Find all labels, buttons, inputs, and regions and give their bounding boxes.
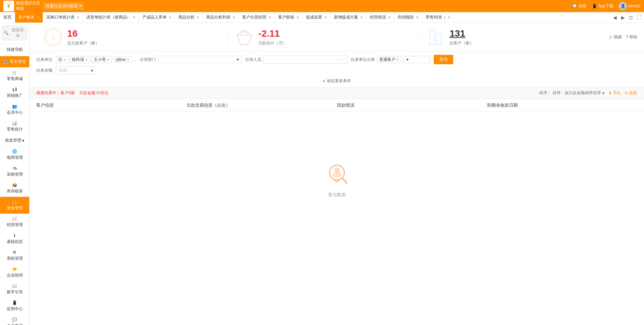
- newbie-icon: 📖: [12, 284, 17, 288]
- person-filter-label: 分管人员: [245, 57, 261, 63]
- system-icon: ⚙: [13, 250, 16, 255]
- tab-product-inbound-close[interactable]: ✕: [169, 15, 171, 19]
- tab-inbound-stats-close[interactable]: ✕: [133, 15, 135, 19]
- tab-operation-status[interactable]: 经营情况 ✕: [367, 12, 394, 23]
- category-input[interactable]: ▾: [403, 56, 430, 63]
- tab-fullscreen[interactable]: ⛶: [635, 14, 643, 21]
- tab-purchase-order-close[interactable]: ✕: [77, 15, 79, 19]
- results-actions: 排序： 排序：按欠款金额倒序排序 ▾ ⬇ 导出 ↻ 刷新: [539, 90, 637, 96]
- tab-raise-settings[interactable]: 提成设置 ✕: [303, 12, 331, 23]
- sidebar-item-basics[interactable]: ℹ 基础信息: [0, 230, 29, 247]
- tab-new-raise-plan-close[interactable]: ✕: [360, 15, 363, 19]
- stats-row: ¥ 16 总欠款客户（家）: [30, 23, 644, 51]
- refresh-btn[interactable]: ↻ 刷新: [625, 90, 637, 96]
- tab-inbound-stats[interactable]: 进货单统计表（按商品） ✕: [83, 12, 139, 23]
- tab-scroll-left[interactable]: ◀: [611, 14, 618, 21]
- sidebar-item-operation[interactable]: 📈 经营管理: [0, 214, 29, 230]
- balance-input[interactable]: 选择... ▾: [56, 66, 96, 75]
- tab-raise-settings-close[interactable]: ✕: [324, 15, 327, 19]
- basics-icon: ℹ: [14, 233, 15, 238]
- tab-accounts[interactable]: 客户账本 ✕: [15, 12, 43, 23]
- sidebar-item-wholesale[interactable]: 批发管理 ▾: [0, 135, 29, 146]
- enterprise-icon: 🤝: [12, 267, 17, 272]
- sidebar-item-capital[interactable]: 💰 资金管理: [0, 197, 29, 214]
- unit-tag-2: 王小亮 ✕: [91, 56, 112, 63]
- sidebar-item-retail-stats[interactable]: 📊 零售统计: [0, 118, 29, 135]
- tab-accounts-close[interactable]: ✕: [37, 15, 39, 19]
- unit-tag-more[interactable]: ...: [133, 57, 136, 62]
- svg-line-12: [342, 178, 346, 182]
- unit-tag-3-close[interactable]: ✕: [127, 58, 129, 62]
- tab-customer-segment-close[interactable]: ✕: [268, 15, 271, 19]
- sidebar-item-app-center[interactable]: 📱 应用中心: [0, 298, 29, 315]
- stats-icon: 📊: [12, 121, 17, 125]
- tab-scroll-right[interactable]: ▶: [619, 14, 627, 21]
- sidebar-item-retail-mall[interactable]: 🛒 零售商城: [0, 68, 29, 84]
- sidebar-item-enterprise-agreement[interactable]: 🤝 企业协同: [0, 264, 29, 281]
- stat-content-total: 131 总客户（家）: [449, 28, 474, 46]
- export-btn[interactable]: ⬇ 导出: [608, 90, 621, 96]
- video-btn[interactable]: ▷ 视频: [610, 34, 622, 40]
- tab-customer-contact[interactable]: 客户联络 ✕: [275, 12, 303, 23]
- unit-tag-2-close[interactable]: ✕: [107, 58, 110, 62]
- user-menu[interactable]: 👤 demo2: [619, 2, 641, 10]
- tab-home[interactable]: 首页: [0, 12, 15, 23]
- sidebar-item-quick-nav[interactable]: 快捷导航: [0, 45, 29, 55]
- sort-selector[interactable]: 排序： 排序：按欠款金额倒序排序 ▾: [539, 90, 604, 96]
- tab-product-analysis-list-close[interactable]: ✕: [232, 15, 235, 19]
- sidebar-item-enterprise-wechat[interactable]: 💬 企业微信: [0, 315, 29, 325]
- stat-label-total: 总客户（家）: [449, 40, 474, 46]
- logo-area: ¥ 畅捷通好生意 标版: [3, 1, 40, 11]
- logo-text: 畅捷通好生意 标版: [16, 1, 40, 11]
- tab-product-analysis-close[interactable]: ✕: [197, 15, 199, 19]
- table-body: 暂元数据: [30, 112, 644, 247]
- search-menu-btn[interactable]: 🔍 搜索菜单: [2, 26, 27, 40]
- chevron-down-icon: ▾: [237, 57, 239, 62]
- tab-product-analysis-list[interactable]: 商品分析列表 ✕: [203, 12, 239, 23]
- tab-profit-report[interactable]: 利润报告 ✕: [394, 12, 422, 23]
- person-input[interactable]: ···: [263, 55, 347, 64]
- tab-customer-contact-close[interactable]: ✕: [296, 15, 299, 19]
- tab-retail-profit-close[interactable]: ✕: [448, 15, 450, 19]
- help-btn[interactable]: ? 帮助: [626, 34, 637, 40]
- category-tag-0-close[interactable]: ✕: [396, 58, 399, 62]
- col-due-date: 到期未收款日期: [487, 102, 637, 108]
- tab-purchase-order[interactable]: 采购订单统计表 ✕: [43, 12, 83, 23]
- col-repayment: 回款情况: [337, 102, 487, 108]
- sidebar-item-member[interactable]: 👥 会员中心: [0, 101, 29, 118]
- tab-new-raise-plan[interactable]: 新增提成方案 ✕: [331, 12, 367, 23]
- tab-expand[interactable]: ⊡: [627, 14, 635, 21]
- stat-card-customers: ¥ 16 总欠款客户（家）: [36, 27, 227, 47]
- unit-tag-0: 伍 ✕: [56, 56, 68, 63]
- sidebar: 🔍 搜索菜单 快捷导航 🏪 零售管理 🛒 零售商城 📢 营销推广 👥 会员中心: [0, 23, 30, 325]
- tab-profit-report-close[interactable]: ✕: [416, 15, 419, 19]
- balance-filter-label: 往来余额: [36, 68, 52, 73]
- person-ellipsis[interactable]: ···: [338, 57, 344, 63]
- unit-tag-1-close[interactable]: ✕: [85, 58, 88, 62]
- department-input[interactable]: ▾: [158, 56, 242, 63]
- sidebar-item-system[interactable]: ⚙ 系统管理: [0, 247, 29, 264]
- main-layout: 🔍 搜索菜单 快捷导航 🏪 零售管理 🛒 零售商城 📢 营销推广 👥 会员中心: [0, 23, 644, 325]
- chevron-down-icon: ▾: [91, 68, 93, 73]
- sidebar-item-purchase[interactable]: 🛍 采购管理: [0, 163, 29, 180]
- query-button[interactable]: 查询: [434, 55, 453, 64]
- sidebar-item-ecommerce[interactable]: 🌐 电商管理: [0, 146, 29, 163]
- message-btn[interactable]: 💬 消息: [572, 3, 587, 9]
- tab-operation-status-close[interactable]: ✕: [388, 15, 391, 19]
- sidebar-item-retail[interactable]: 🏪 零售管理: [0, 56, 29, 67]
- stat-value-total: 131: [449, 28, 474, 39]
- department-filter: 分管部门 ▾: [140, 56, 242, 63]
- collapse-button[interactable]: ∧ 收起更多条件: [323, 78, 351, 84]
- tab-retail-profit[interactable]: 零售利润（ ✕: [422, 12, 454, 23]
- tab-customer-segment[interactable]: 客户分层经营 ✕: [239, 12, 275, 23]
- company-selector[interactable]: 母婴行业演示帐套 ▾: [43, 2, 84, 10]
- app-download-btn[interactable]: 📱 App下载: [592, 3, 613, 9]
- unit-tag-0-close[interactable]: ✕: [63, 58, 66, 62]
- sidebar-item-inventory[interactable]: 📦 库存核算: [0, 180, 29, 197]
- search-icon: 🔍: [4, 31, 9, 35]
- tab-product-inbound[interactable]: 产成品入库单 ✕: [139, 12, 175, 23]
- sidebar-item-newbie[interactable]: 📖 新手引导: [0, 281, 29, 298]
- tab-product-analysis[interactable]: 商品分析 ✕: [175, 12, 203, 23]
- sidebar-item-marketing[interactable]: 📢 营销推广: [0, 84, 29, 101]
- stats-actions: ▷ 视频 ? 帮助: [610, 34, 637, 40]
